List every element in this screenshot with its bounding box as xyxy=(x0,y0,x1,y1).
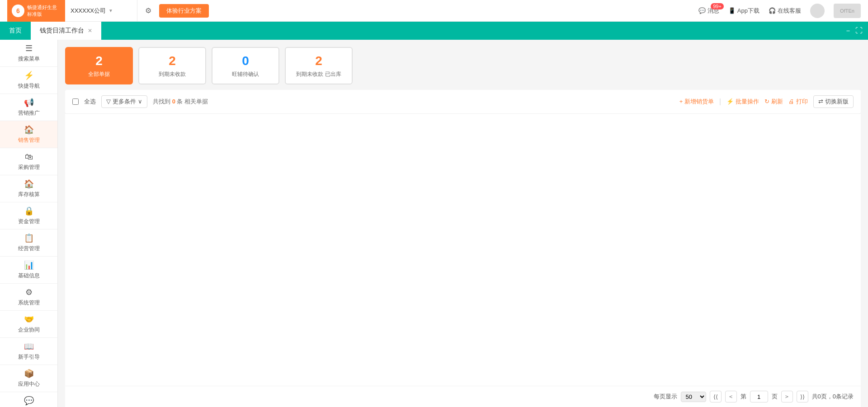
first-page-button[interactable]: ⟨⟨ xyxy=(710,391,722,402)
stat-card-all[interactable]: 2 全部单据 xyxy=(65,47,133,84)
sidebar-item-finance[interactable]: 🔒 资金管理 xyxy=(0,202,57,229)
online-service-button[interactable]: 🎧 在线客服 xyxy=(769,7,801,15)
guide-icon: 📖 xyxy=(24,342,34,351)
sidebar-item-guide[interactable]: 📖 新手引导 xyxy=(0,338,57,365)
main-layout: ☰ 搜索菜单 ⚡ 快捷导航 📢 营销推广 🏠 销售管理 🛍 采购管理 🏠 库存核… xyxy=(0,40,868,407)
toolbar-right: + 新增销货单 | ⚡ 批量操作 ↻ 刷新 🖨 打印 ⇄ 切换新版 xyxy=(679,95,854,108)
nav-tabs: 首页 钱货日清工作台 ✕ － ⛶ xyxy=(0,22,868,40)
sidebar-item-wechat[interactable]: 💬 企业微信 xyxy=(0,392,57,407)
sidebar-item-enterprise[interactable]: 🤝 企业协同 xyxy=(0,311,57,338)
enterprise-icon: 🤝 xyxy=(24,314,34,324)
found-text: 共找到 0 条 相关单据 xyxy=(153,98,208,106)
app-center-icon: 📦 xyxy=(24,369,34,379)
top-right: 💬 消息 99+ 📱 App下载 🎧 在线客服 OfTEn xyxy=(698,4,861,18)
sidebar-item-system[interactable]: ⚙ 系统管理 xyxy=(0,284,57,311)
select-all-checkbox[interactable] xyxy=(72,98,79,105)
search-menu-icon: ☰ xyxy=(25,43,33,53)
batch-icon: ⚡ xyxy=(726,98,734,105)
sidebar-item-purchase[interactable]: 🛍 采购管理 xyxy=(0,148,57,175)
sidebar-item-operations[interactable]: 📋 经营管理 xyxy=(0,229,57,257)
system-icon: ⚙ xyxy=(25,287,33,297)
tab-workbench[interactable]: 钱货日清工作台 ✕ xyxy=(31,22,101,40)
quick-nav-icon: ⚡ xyxy=(24,70,34,80)
app-download-icon: 📱 xyxy=(728,7,736,14)
found-count: 0 xyxy=(172,98,175,105)
toolbar: 全选 ▽ 更多条件 ∨ 共找到 0 条 相关单据 + 新增销货单 | ⚡ xyxy=(65,90,861,114)
print-button[interactable]: 🖨 打印 xyxy=(788,98,808,106)
batch-operation-button[interactable]: ⚡ 批量操作 xyxy=(726,98,759,106)
top-bar: 6 畅捷通好生意 标准版 XXXXXX公司 ▼ ⚙ 体验行业方案 💬 消息 99… xyxy=(0,0,868,22)
user-name: OfTEn xyxy=(834,4,861,18)
stat-label-pending: 旺辅待确认 xyxy=(232,70,259,78)
switch-icon: ⇄ xyxy=(818,98,823,105)
per-page-select[interactable]: 50 10 20 100 xyxy=(681,392,706,402)
chevron-filter-icon: ∨ xyxy=(138,98,142,105)
content-area: 2 全部单据 2 到期未收款 0 旺辅待确认 2 到期未收款 已出库 全选 xyxy=(58,40,868,407)
last-page-button[interactable]: ⟩⟩ xyxy=(797,391,808,402)
message-button[interactable]: 💬 消息 99+ xyxy=(698,7,719,15)
pagination-bar: 每页显示 50 10 20 100 ⟨⟨ ＜ 第 页 ＞ ⟩⟩ 共0页，0条记录 xyxy=(65,386,861,407)
base-info-icon: 📊 xyxy=(24,260,34,270)
table-area xyxy=(65,114,861,386)
stat-num-pending: 0 xyxy=(242,53,249,69)
stat-card-shipped[interactable]: 2 到期未收款 已出库 xyxy=(285,47,353,84)
logo-text: 畅捷通好生意 标准版 xyxy=(27,4,57,17)
marketing-icon: 📢 xyxy=(24,98,34,108)
toolbar-left: 全选 ▽ 更多条件 ∨ 共找到 0 条 相关单据 xyxy=(72,95,208,108)
print-icon: 🖨 xyxy=(788,98,794,105)
next-page-button[interactable]: ＞ xyxy=(781,391,793,402)
total-label: 共0页，0条记录 xyxy=(812,393,854,401)
company-name: XXXXXX公司 xyxy=(71,7,106,15)
stat-label-overdue: 到期未收款 xyxy=(159,70,186,78)
chevron-down-icon: ▼ xyxy=(108,8,113,13)
sidebar: ☰ 搜索菜单 ⚡ 快捷导航 📢 营销推广 🏠 销售管理 🛍 采购管理 🏠 库存核… xyxy=(0,40,58,407)
logo-area: 6 畅捷通好生意 标准版 xyxy=(7,0,65,22)
prev-page-button[interactable]: ＜ xyxy=(725,391,737,402)
stat-num-overdue: 2 xyxy=(169,53,176,69)
sales-icon: 🏠 xyxy=(24,125,34,135)
sidebar-item-inventory[interactable]: 🏠 库存核算 xyxy=(0,175,57,202)
stat-card-pending[interactable]: 0 旺辅待确认 xyxy=(212,47,279,84)
minimize-button[interactable]: － xyxy=(844,26,852,36)
company-selector[interactable]: XXXXXX公司 ▼ xyxy=(65,0,137,22)
filter-button[interactable]: ▽ 更多条件 ∨ xyxy=(101,95,147,108)
stat-card-overdue[interactable]: 2 到期未收款 xyxy=(138,47,206,84)
per-page-label: 每页显示 xyxy=(654,393,677,401)
operations-icon: 📋 xyxy=(24,233,34,243)
nav-tab-actions: － ⛶ xyxy=(844,26,868,36)
switch-version-button[interactable]: ⇄ 切换新版 xyxy=(813,95,854,108)
service-icon: 🎧 xyxy=(769,7,776,14)
select-all-label: 全选 xyxy=(84,98,96,106)
message-icon: 💬 xyxy=(698,7,706,14)
trial-button[interactable]: 体验行业方案 xyxy=(159,4,209,18)
page-number-input[interactable] xyxy=(750,391,768,402)
close-tab-icon[interactable]: ✕ xyxy=(88,28,92,34)
sidebar-item-search-menu[interactable]: ☰ 搜索菜单 xyxy=(0,40,57,67)
refresh-icon: ↻ xyxy=(764,98,769,105)
logo-icon: 6 xyxy=(12,5,24,17)
refresh-button[interactable]: ↻ 刷新 xyxy=(764,98,783,106)
settings-button[interactable]: ⚙ xyxy=(141,4,156,18)
toolbar-divider: | xyxy=(719,98,721,106)
avatar[interactable] xyxy=(810,4,825,18)
stat-num-all: 2 xyxy=(95,53,103,69)
sidebar-item-quick-nav[interactable]: ⚡ 快捷导航 xyxy=(0,67,57,94)
filter-icon: ▽ xyxy=(106,98,111,105)
stat-label-shipped: 到期未收款 已出库 xyxy=(296,70,341,78)
finance-icon: 🔒 xyxy=(24,206,34,216)
stat-label-all: 全部单据 xyxy=(88,70,110,78)
sidebar-item-marketing[interactable]: 📢 营销推广 xyxy=(0,94,57,121)
purchase-icon: 🛍 xyxy=(25,152,33,162)
add-order-button[interactable]: + 新增销货单 xyxy=(679,98,714,106)
sidebar-item-app-center[interactable]: 📦 应用中心 xyxy=(0,365,57,392)
stat-num-shipped: 2 xyxy=(315,53,322,69)
tab-home[interactable]: 首页 xyxy=(0,22,31,40)
wechat-icon: 💬 xyxy=(24,396,34,406)
maximize-button[interactable]: ⛶ xyxy=(855,27,863,35)
app-download-button[interactable]: 📱 App下载 xyxy=(728,7,760,15)
message-badge: 99+ xyxy=(711,3,724,9)
inventory-icon: 🏠 xyxy=(24,179,34,189)
sidebar-item-base-info[interactable]: 📊 基础信息 xyxy=(0,257,57,284)
page-suffix: 页 xyxy=(772,393,778,401)
sidebar-item-sales[interactable]: 🏠 销售管理 xyxy=(0,121,57,148)
